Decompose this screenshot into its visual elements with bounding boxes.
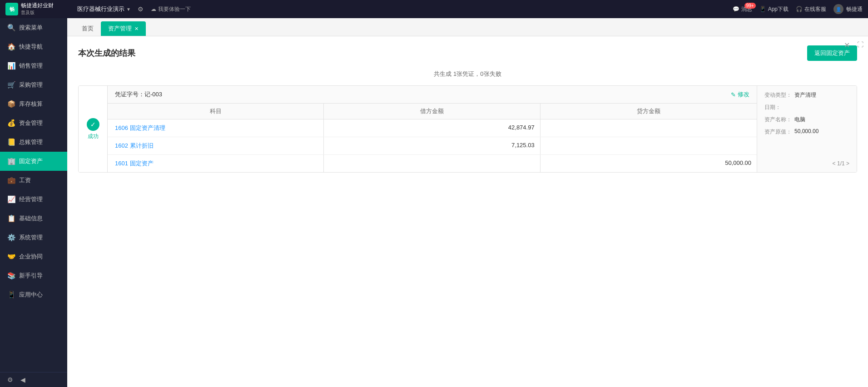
sidebar-label-sales: 销售管理 [19,62,43,70]
panel-expand-button[interactable]: ⛶ [857,41,863,48]
main-layout: 🔍 搜索菜单 🏠 快捷导航 📊 销售管理 🛒 采购管理 📦 库存核算 💰 资金管… [0,18,868,387]
top-header: 畅 畅捷通好业财 普及版 医疗器械行业演示 ▼ ⚙ ☁ 我要体验一下 💬 消息 … [0,0,868,18]
sidebar-item-purchase[interactable]: 🛒 采购管理 [0,75,67,94]
pagination-row: < 1/1 > [764,157,849,167]
sidebar-label-search: 搜索菜单 [19,24,43,32]
message-badge: 99+ [744,3,756,9]
table-row: 1601 固定资产 50,000.00 [108,155,757,172]
logo-title: 畅捷通好业财 [21,2,54,10]
voucher-code: 凭证字号：记-003 [115,90,162,99]
row1-debit: 42,874.97 [324,119,540,137]
sidebar-item-basic-info[interactable]: 📋 基础信息 [0,209,67,228]
row2-debit: 7,125.03 [324,137,540,154]
page-title: 本次生成的结果 [78,48,135,59]
table-row: 1602 累计折旧 7,125.03 [108,137,757,155]
sidebar-label-purchase: 采购管理 [19,81,43,89]
company-selector[interactable]: 医疗器械行业演示 ▼ [77,5,131,13]
voucher-header-row: 凭证字号：记-003 ✎ 修改 [108,86,757,104]
cloud-icon: ☁ [151,6,156,12]
logo-area: 畅 畅捷通好业财 普及版 [5,2,73,16]
settings-bottom-icon[interactable]: ⚙ [7,376,13,383]
col-header-account: 科目 [108,104,324,119]
sidebar-item-fixed-assets[interactable]: 🏢 固定资产 [0,152,67,171]
experience-button[interactable]: ☁ 我要体验一下 [151,5,191,13]
sidebar-label-cooperation: 企业协同 [19,253,43,261]
app-download-button[interactable]: 📱 App下载 [759,5,789,13]
sidebar-label-operations: 经营管理 [19,195,43,203]
row3-credit: 50,000.00 [541,155,757,172]
app-download-label: App下载 [768,5,789,13]
sidebar-label-system: 系统管理 [19,233,43,242]
system-icon: ⚙️ [7,233,15,242]
sidebar-item-finance[interactable]: 💰 资金管理 [0,114,67,133]
col-header-debit: 借方金额 [324,104,540,119]
message-button[interactable]: 💬 消息 99+ [733,5,752,13]
cooperation-icon: 🤝 [7,253,15,261]
tab-close-icon[interactable]: ✕ [134,26,139,32]
online-service-button[interactable]: 🎧 在线客服 [796,5,826,13]
asset-name-row: 资产名称： 电脑 [764,116,849,124]
sidebar-item-cooperation[interactable]: 🤝 企业协同 [0,247,67,266]
tab-home-label: 首页 [82,25,94,33]
sidebar-label-payroll: 工资 [19,176,31,184]
guide-icon: 📚 [7,272,15,280]
prev-page-button[interactable]: < [833,160,836,167]
username: 畅捷通 [846,5,863,13]
logo-icon: 畅 [5,3,18,15]
operations-icon: 📈 [7,195,15,203]
user-area[interactable]: 👤 畅捷通 [833,4,863,14]
edit-label: 修改 [738,90,749,99]
row3-account: 1601 固定资产 [108,155,324,172]
voucher-block: ✓ 成功 凭证字号：记-003 ✎ 修改 科目 [78,85,857,173]
page-info: 1/1 [837,160,846,167]
tab-home[interactable]: 首页 [74,21,101,36]
settings-icon[interactable]: ⚙ [135,4,146,15]
online-service-label: 在线客服 [804,5,826,13]
sidebar-bottom: ⚙ ◀ [0,372,67,387]
sidebar-item-system[interactable]: ⚙️ 系统管理 [0,228,67,247]
collapse-icon[interactable]: ◀ [20,376,25,383]
voucher-table-header: 科目 借方金额 贷方金额 [108,104,757,119]
inventory-icon: 📦 [7,100,15,108]
avatar: 👤 [833,4,843,14]
summary-bar: 共生成 1张凭证，0张失败 [78,70,857,78]
change-type-value: 资产清理 [794,91,816,99]
headset-icon: 🎧 [796,6,803,12]
next-page-button[interactable]: > [846,160,849,167]
sidebar-label-finance: 资金管理 [19,119,43,127]
sidebar-item-ledger[interactable]: 📒 总账管理 [0,133,67,152]
tab-asset-management[interactable]: 资产管理 ✕ [101,21,146,36]
col-header-credit: 贷方金额 [541,104,757,119]
date-row: 日期： [764,104,849,111]
tab-asset-management-label: 资产管理 [108,25,132,33]
edit-button[interactable]: ✎ 修改 [731,90,749,99]
logo-subtitle: 普及版 [21,10,54,16]
sidebar-item-guide[interactable]: 📚 新手引导 [0,266,67,285]
row3-debit [324,155,540,172]
sidebar-item-quick-nav[interactable]: 🏠 快捷导航 [0,37,67,56]
sidebar-label-guide: 新手引导 [19,272,43,280]
search-icon: 🔍 [7,24,15,32]
sidebar-label-basic-info: 基础信息 [19,214,43,223]
panel-close-button[interactable]: ✕ [844,41,850,50]
sidebar-item-operations[interactable]: 📈 经营管理 [0,190,67,209]
row1-account: 1606 固定资产清理 [108,119,324,137]
sidebar-item-payroll[interactable]: 💼 工资 [0,171,67,190]
sidebar-item-sales[interactable]: 📊 销售管理 [0,56,67,75]
asset-value-value: 50,000.00 [794,128,818,136]
success-circle: ✓ [87,118,99,131]
basic-info-icon: 📋 [7,214,15,223]
row2-account: 1602 累计折旧 [108,137,324,154]
voucher-right-panel: 变动类型： 资产清理 日期： 资产名称： 电脑 资产原值： 50,000.00 [757,86,857,172]
sidebar-item-app-center[interactable]: 📱 应用中心 [0,285,67,304]
asset-value-label: 资产原值： [764,128,792,136]
logo-text-block: 畅捷通好业财 普及版 [21,2,54,16]
edit-icon: ✎ [731,91,736,98]
sidebar-item-inventory[interactable]: 📦 库存核算 [0,94,67,114]
company-name: 医疗器械行业演示 [77,5,124,13]
sidebar-label-inventory: 库存核算 [19,100,43,108]
message-icon: 💬 [733,6,739,12]
experience-label: 我要体验一下 [158,5,191,13]
sidebar-item-search[interactable]: 🔍 搜索菜单 [0,18,67,37]
tab-bar: 首页 资产管理 ✕ [67,18,868,36]
